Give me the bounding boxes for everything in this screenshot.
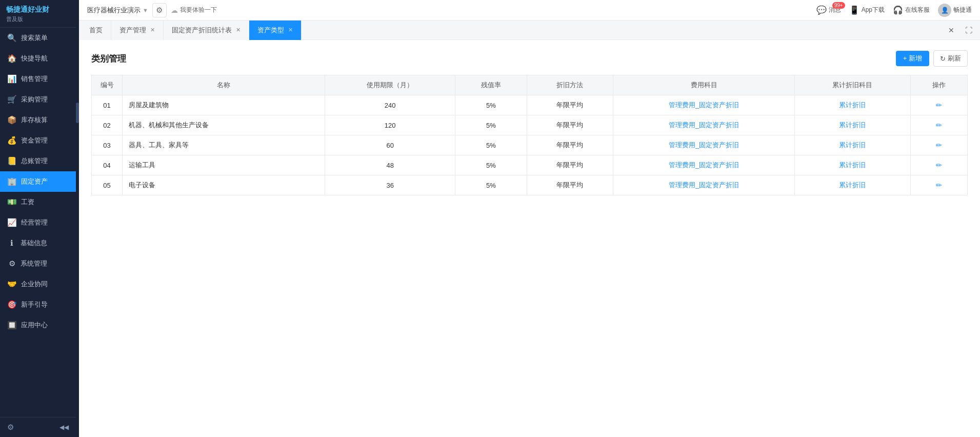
sidebar-item-guide[interactable]: 🎯 新手引导: [0, 294, 76, 315]
sidebar-icon-basic-info: ℹ: [7, 239, 16, 248]
edit-icon[interactable]: ✏: [936, 161, 942, 169]
sidebar-icon-inventory: 📦: [7, 115, 17, 125]
cell-residual: 5%: [455, 115, 527, 135]
app-download-button[interactable]: 📱 App下载: [849, 5, 885, 15]
cell-period: 240: [325, 95, 455, 115]
tab-depreciation-close[interactable]: ✕: [236, 27, 241, 33]
sidebar-item-app-center[interactable]: 🔲 应用中心: [0, 315, 76, 335]
sidebar-item-sales[interactable]: 📊 销售管理: [0, 69, 76, 89]
sidebar-item-system[interactable]: ⚙ 系统管理: [0, 253, 76, 274]
tab-asset-mgmt[interactable]: 资产管理 ✕: [111, 21, 164, 40]
edit-icon[interactable]: ✏: [936, 121, 942, 129]
sidebar-icon-ledger: 📒: [7, 156, 17, 166]
cell-name: 房屋及建筑物: [123, 95, 325, 115]
sidebar-item-cooperation[interactable]: 🤝 企业协同: [0, 274, 76, 294]
cell-action: ✏: [910, 115, 967, 135]
sidebar-label-inventory: 库存核算: [21, 115, 48, 125]
col-header-accumulated: 累计折旧科目: [795, 75, 910, 95]
topbar-right: 💬 消息 99 📱 App下载 🎧 在线客服 👤 畅捷通: [816, 4, 972, 17]
sidebar-label-payroll: 工资: [21, 197, 34, 207]
sidebar-item-basic-info[interactable]: ℹ 基础信息: [0, 233, 76, 253]
cell-accumulated: 累计折旧: [795, 95, 910, 115]
tabbar: 首页 资产管理 ✕ 固定资产折旧统计表 ✕ 资产类型 ✕ ✕ ⛶: [79, 21, 980, 40]
avatar: 👤: [938, 4, 951, 17]
company-selector[interactable]: 医疗器械行业演示 ▼: [87, 6, 148, 15]
table-row: 03 器具、工具、家具等 60 5% 年限平均 管理费用_固定资产折旧 累计折旧…: [92, 135, 968, 155]
customer-service-button[interactable]: 🎧 在线客服: [893, 5, 930, 15]
page-header: 类别管理 + 新增 ↻ 刷新: [91, 50, 968, 67]
sidebar-item-payroll[interactable]: 💵 工资: [0, 192, 76, 212]
cell-expense: 管理费用_固定资产折旧: [613, 115, 795, 135]
cell-period: 120: [325, 115, 455, 135]
tab-asset-type-close[interactable]: ✕: [288, 27, 293, 33]
refresh-label: 刷新: [948, 54, 961, 63]
page-content: 类别管理 + 新增 ↻ 刷新 编号 名称 使用期限（月） 残值率 折旧方法 费用…: [79, 40, 980, 437]
sidebar-nav: 🔍 搜索菜单 🏠 快捷导航 📊 销售管理 🛒 采购管理 📦 库存核算 💰 资金管…: [0, 28, 76, 417]
message-icon: 💬: [816, 5, 827, 15]
tab-asset-mgmt-close[interactable]: ✕: [150, 27, 155, 33]
sidebar-label-ledger: 总账管理: [21, 156, 48, 166]
cell-method: 年限平均: [527, 95, 613, 115]
user-label: 畅捷通: [953, 6, 972, 14]
cell-expense: 管理费用_固定资产折旧: [613, 155, 795, 175]
cell-action: ✏: [910, 135, 967, 155]
sidebar-item-fixed-assets[interactable]: 🏢 固定资产: [0, 171, 76, 192]
app-title: 畅捷通好业财: [6, 5, 70, 14]
page-actions: + 新增 ↻ 刷新: [896, 50, 968, 67]
topbar-left: 医疗器械行业演示 ▼ ⚙ ☁ 我要体验一下: [87, 3, 810, 17]
tab-home[interactable]: 首页: [79, 21, 111, 40]
sidebar-label-basic-info: 基础信息: [21, 239, 47, 248]
sidebar-item-operations[interactable]: 📈 经营管理: [0, 212, 76, 233]
cell-period: 60: [325, 135, 455, 155]
company-name: 医疗器械行业演示: [87, 6, 141, 15]
header-row: 编号 名称 使用期限（月） 残值率 折旧方法 费用科目 累计折旧科目 操作: [92, 75, 968, 95]
sidebar-icon-app-center: 🔲: [7, 321, 17, 330]
sidebar-item-ledger[interactable]: 📒 总账管理: [0, 151, 76, 171]
sidebar-icon-system: ⚙: [7, 259, 16, 268]
sidebar-item-inventory[interactable]: 📦 库存核算: [0, 110, 76, 130]
tab-depreciation-table[interactable]: 固定资产折旧统计表 ✕: [164, 21, 249, 40]
sidebar-item-quick-nav[interactable]: 🏠 快捷导航: [0, 48, 76, 69]
tab-depreciation-label: 固定资产折旧统计表: [172, 26, 232, 35]
col-header-period: 使用期限（月）: [325, 75, 455, 95]
experience-button[interactable]: ☁ 我要体验一下: [171, 6, 217, 14]
cell-accumulated: 累计折旧: [795, 115, 910, 135]
cell-method: 年限平均: [527, 115, 613, 135]
sidebar-item-funds[interactable]: 💰 资金管理: [0, 130, 76, 151]
sidebar-item-purchase[interactable]: 🛒 采购管理: [0, 89, 76, 110]
settings-icon[interactable]: ⚙: [7, 423, 14, 432]
sidebar-label-funds: 资金管理: [21, 136, 48, 145]
edit-icon[interactable]: ✏: [936, 141, 942, 149]
user-menu[interactable]: 👤 畅捷通: [938, 4, 972, 17]
sidebar-footer: ⚙ ◀◀: [0, 417, 76, 437]
edit-icon[interactable]: ✏: [936, 181, 942, 189]
sidebar-item-search[interactable]: 🔍 搜索菜单: [0, 28, 76, 48]
col-header-id: 编号: [92, 75, 123, 95]
cell-accumulated: 累计折旧: [795, 175, 910, 195]
refresh-button[interactable]: ↻ 刷新: [933, 50, 968, 67]
cell-accumulated: 累计折旧: [795, 155, 910, 175]
tab-close-button[interactable]: ✕: [944, 23, 958, 37]
cell-name: 电子设备: [123, 175, 325, 195]
sidebar-icon-funds: 💰: [7, 136, 17, 145]
collapse-icon[interactable]: ◀◀: [59, 424, 69, 431]
cell-id: 05: [92, 175, 123, 195]
company-settings-button[interactable]: ⚙: [152, 3, 167, 17]
message-button[interactable]: 💬 消息 99: [816, 5, 841, 15]
download-icon: 📱: [849, 5, 859, 15]
cell-id: 03: [92, 135, 123, 155]
sidebar-icon-cooperation: 🤝: [7, 280, 17, 289]
edit-icon[interactable]: ✏: [936, 101, 942, 109]
experience-label: 我要体验一下: [180, 6, 217, 14]
tab-asset-type[interactable]: 资产类型 ✕: [249, 21, 302, 40]
table-row: 04 运输工具 48 5% 年限平均 管理费用_固定资产折旧 累计折旧 ✏: [92, 155, 968, 175]
sidebar-icon-operations: 📈: [7, 218, 17, 227]
cell-period: 48: [325, 155, 455, 175]
cell-residual: 5%: [455, 95, 527, 115]
sidebar-label-search: 搜索菜单: [21, 33, 48, 43]
tab-asset-mgmt-label: 资产管理: [119, 26, 146, 35]
sidebar-label-purchase: 采购管理: [21, 95, 48, 104]
tabbar-right: ✕ ⛶: [944, 23, 980, 37]
tab-expand-button[interactable]: ⛶: [962, 23, 976, 37]
new-button[interactable]: + 新增: [896, 51, 929, 66]
